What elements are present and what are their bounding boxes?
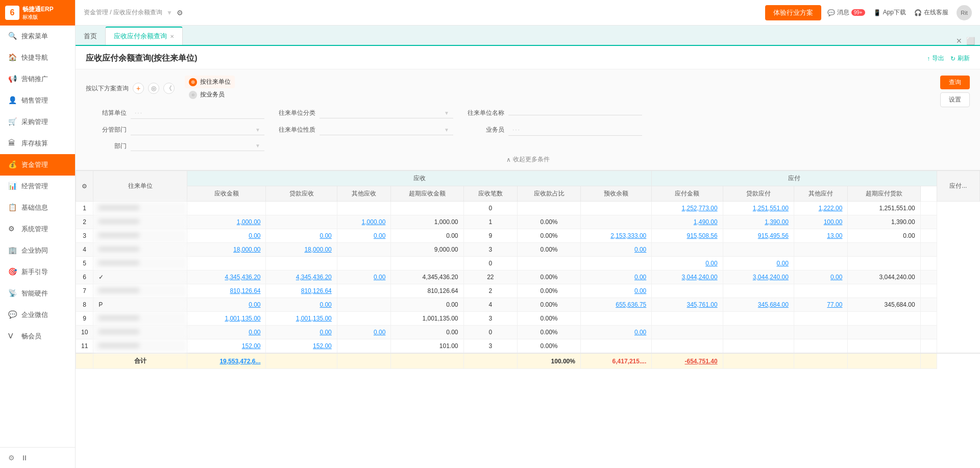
cell-link[interactable]: 0.00 [320, 301, 331, 308]
cell-other-payable[interactable]: 100.00 [794, 215, 848, 229]
cell-other-payable[interactable]: 77.00 [794, 298, 848, 312]
cell-link[interactable]: 4,345,436.20 [225, 274, 260, 281]
salesperson-input[interactable]: ··· [508, 124, 642, 136]
cell-loan-receivable[interactable]: 810,126.64 [266, 284, 337, 298]
cell-receivable-amount[interactable]: 18,000.00 [187, 243, 266, 257]
cell-link[interactable]: 1,390.00 [765, 218, 789, 226]
cell-link[interactable]: 345,761.00 [687, 301, 718, 308]
cell-loan-receivable[interactable]: 0.00 [266, 326, 337, 339]
cell-payable-amount[interactable]: 1,490.00 [652, 215, 723, 229]
footer-payable-total[interactable]: -654,751.40 [652, 353, 723, 369]
cell-link[interactable]: 0.00 [249, 232, 260, 239]
sidebar-collapse-icon[interactable]: ⏸ [21, 454, 28, 462]
cell-prepay-balance[interactable]: 0.00 [580, 270, 651, 284]
cell-payable-amount[interactable]: 3,044,240.00 [652, 270, 723, 284]
cell-link[interactable]: 0.00 [249, 329, 260, 336]
department-input[interactable]: ▼ [131, 141, 264, 151]
cell-link[interactable]: 655,636.75 [616, 301, 646, 308]
filter-by-salesperson[interactable]: ○ 按业务员 [185, 88, 235, 101]
cell-loan-receivable[interactable]: 0.00 [266, 229, 337, 243]
cell-link[interactable]: 4,345,436.20 [296, 274, 332, 281]
sidebar-item-purchase[interactable]: 🛒 采购管理 [0, 111, 75, 133]
cell-loan-receivable[interactable]: 1,001,135.00 [266, 312, 337, 326]
cell-prepay-balance[interactable]: 2,153,333.00 [580, 229, 651, 243]
sidebar-item-quick-nav[interactable]: 🏠 快捷导航 [0, 47, 75, 68]
cell-link[interactable]: 77.00 [827, 301, 842, 308]
cell-link[interactable]: 0.00 [634, 246, 646, 253]
cell-link[interactable]: 0.00 [830, 274, 842, 281]
cell-link[interactable]: 345,684.00 [758, 301, 789, 308]
cell-link[interactable]: 2,153,333.00 [610, 232, 646, 239]
cell-link[interactable]: 1,001,135.00 [225, 315, 260, 322]
cell-link[interactable]: 915,508.56 [687, 232, 718, 239]
sidebar-item-guide[interactable]: 🎯 新手引导 [0, 261, 75, 283]
cell-link[interactable]: 810,126.64 [230, 287, 260, 294]
cell-loan-receivable[interactable]: 0.00 [266, 298, 337, 312]
cell-link[interactable]: 1,000.00 [362, 218, 386, 226]
cell-link[interactable]: 0.00 [705, 260, 717, 267]
sidebar-item-search-menu[interactable]: 🔍 搜索菜单 [0, 26, 75, 47]
cell-prepay-balance[interactable]: 655,636.75 [580, 298, 651, 312]
cell-link[interactable]: 0.00 [777, 260, 789, 267]
settings-icon[interactable]: ⚙ [177, 9, 183, 17]
cell-prepay-balance[interactable]: 0.00 [580, 326, 651, 339]
cell-link[interactable]: 152.00 [313, 342, 332, 350]
cell-link[interactable]: 0.00 [320, 232, 331, 239]
cell-loan-receivable[interactable]: 152.00 [266, 339, 337, 354]
settings-button[interactable]: 设置 [940, 92, 970, 107]
cell-other-receivable[interactable]: 0.00 [337, 326, 391, 339]
promo-button[interactable]: 体验行业方案 [765, 5, 821, 20]
cell-link[interactable]: 1,251,551.00 [753, 205, 789, 212]
sidebar-item-system[interactable]: ⚙ 系统管理 [0, 218, 75, 240]
cell-other-payable[interactable]: 13.00 [794, 229, 848, 243]
cell-link[interactable]: 1,001,135.00 [296, 315, 332, 322]
sidebar-item-enterprise[interactable]: 🏢 企业协同 [0, 240, 75, 261]
cell-link[interactable]: 3,044,240.00 [753, 274, 789, 281]
cell-prepay-balance[interactable]: 0.00 [580, 243, 651, 257]
tab-close-window[interactable]: ✕ [956, 37, 962, 45]
cell-loan-payable[interactable]: 1,251,551.00 [723, 202, 794, 215]
sidebar-item-operation[interactable]: 📊 经营管理 [0, 176, 75, 197]
cell-receivable-amount[interactable]: 0.00 [187, 229, 266, 243]
party-category-input[interactable]: ▼ [320, 108, 453, 118]
cell-link[interactable]: 0.00 [374, 274, 385, 281]
sidebar-item-marketing[interactable]: 📢 营销推广 [0, 68, 75, 90]
footer-receivable-total[interactable]: 19,553,472,6... [187, 353, 266, 369]
sidebar-item-member[interactable]: Ⅴ 畅会员 [0, 326, 75, 347]
cell-receivable-amount[interactable]: 1,000.00 [187, 215, 266, 229]
export-button[interactable]: ↑ 导出 [927, 54, 944, 63]
sidebar-item-sales[interactable]: 👤 销售管理 [0, 90, 75, 111]
sidebar-item-wechat[interactable]: 💬 企业微信 [0, 304, 75, 326]
cell-link[interactable]: 810,126.64 [301, 287, 332, 294]
cell-link[interactable]: 0.00 [634, 329, 646, 336]
cell-receivable-amount[interactable]: 0.00 [187, 298, 266, 312]
sidebar-item-smart-hw[interactable]: 📡 智能硬件 [0, 283, 75, 304]
message-button[interactable]: 💬 消息 99+ [827, 8, 865, 17]
dept-input[interactable]: ▼ [131, 125, 264, 135]
app-download-button[interactable]: 📱 App下载 [873, 8, 906, 17]
cell-link[interactable]: 0.00 [374, 329, 385, 336]
cell-other-payable[interactable]: 0.00 [794, 270, 848, 284]
sidebar-item-finance[interactable]: 💰 资金管理 [0, 154, 75, 176]
filter-collapse-button[interactable]: 《 [163, 83, 175, 94]
cell-receivable-amount[interactable]: 0.00 [187, 326, 266, 339]
cell-loan-receivable[interactable]: 4,345,436.20 [266, 270, 337, 284]
cell-receivable-amount[interactable]: 152.00 [187, 339, 266, 354]
sidebar-settings-icon[interactable]: ⚙ [8, 454, 15, 462]
refresh-button[interactable]: ↻ 刷新 [950, 54, 970, 63]
tab-expand-icon[interactable]: ⬜ [966, 37, 975, 45]
cell-other-payable[interactable]: 1,222.00 [794, 202, 848, 215]
cell-link[interactable]: 1,222.00 [819, 205, 843, 212]
cell-loan-receivable[interactable]: 18,000.00 [266, 243, 337, 257]
cell-loan-payable[interactable]: 345,684.00 [723, 298, 794, 312]
filter-add-button[interactable]: + [133, 83, 144, 94]
cell-loan-payable[interactable]: 3,044,240.00 [723, 270, 794, 284]
cell-link[interactable]: 152.00 [242, 342, 261, 350]
cell-link[interactable]: 18,000.00 [233, 246, 260, 253]
cell-loan-payable[interactable]: 915,495.56 [723, 229, 794, 243]
cell-link[interactable]: 1,000.00 [237, 218, 261, 226]
cell-link[interactable]: 0.00 [634, 274, 646, 281]
cell-link[interactable]: 3,044,240.00 [681, 274, 717, 281]
cell-receivable-amount[interactable]: 1,001,135.00 [187, 312, 266, 326]
party-nature-input[interactable]: ▼ [320, 125, 453, 135]
